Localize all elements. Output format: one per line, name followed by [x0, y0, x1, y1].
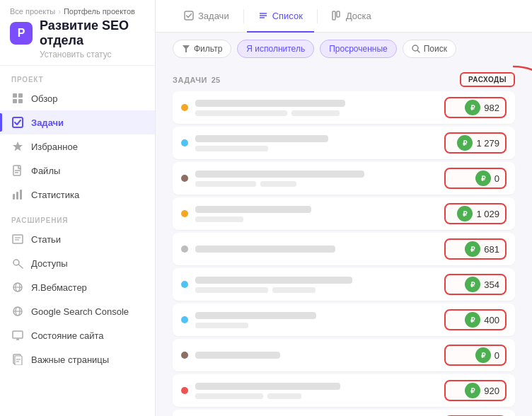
svg-rect-2	[13, 99, 17, 103]
task-row[interactable]: ₽1 279	[173, 127, 515, 159]
расходы-amount: 920	[484, 386, 499, 396]
chart-icon	[11, 188, 24, 201]
tasks-header: ЗАДАЧИ 25 РАСХОДЫ	[173, 65, 515, 91]
task-row[interactable]: ₽0	[173, 162, 515, 195]
task-status-dot	[181, 104, 188, 111]
search-button[interactable]: Поиск	[403, 40, 456, 58]
расходы-cell: ₽681	[444, 238, 507, 260]
breadcrumb-portfolio[interactable]: Портфель проектов	[64, 7, 135, 16]
file-icon	[11, 164, 24, 177]
task-status-dot	[181, 175, 188, 182]
sidebar-item-webmaster[interactable]: Я.Вебмастер	[0, 275, 155, 299]
tab-tasks[interactable]: Задачи	[173, 0, 241, 33]
task-row[interactable]: ₽261	[173, 410, 515, 416]
расходы-amount: 681	[484, 244, 499, 255]
task-secondary-bar	[195, 323, 248, 328]
tab-separator	[243, 9, 244, 23]
task-title-bar	[195, 100, 345, 107]
расходы-header-label: РАСХОДЫ	[460, 72, 515, 87]
tab-list[interactable]: Список	[247, 0, 314, 33]
sidebar-item-label: Обзор	[31, 93, 58, 104]
globe2-icon	[11, 305, 24, 318]
sidebar-item-access[interactable]: Доступы	[0, 251, 155, 275]
расходы-badge-icon: ₽	[457, 135, 473, 151]
filters-bar: Фильтр Я исполнитель Просроченные Поиск	[156, 33, 532, 65]
sidebar-item-label: Я.Вебмастер	[31, 282, 87, 293]
sidebar-item-label: Состояние сайта	[31, 330, 104, 341]
sidebar-item-articles[interactable]: Статьи	[0, 227, 155, 251]
task-sub-bars	[195, 181, 437, 187]
task-status-dot	[181, 387, 188, 394]
assignee-filter-button[interactable]: Я исполнитель	[237, 40, 314, 58]
sidebar-item-important-pages[interactable]: Важные страницы	[0, 347, 155, 371]
pages-icon	[11, 353, 24, 366]
breadcrumb-all-projects[interactable]: Все проекты	[10, 7, 55, 16]
section-label-ext: РАСШИРЕНИЯ	[0, 207, 155, 227]
task-status-dot	[181, 210, 188, 217]
breadcrumb: Все проекты › Портфель проектов	[10, 7, 145, 16]
star-icon	[11, 140, 24, 153]
svg-line-38	[417, 50, 420, 52]
task-sub-bar	[195, 393, 263, 399]
sidebar-item-stats[interactable]: Статистика	[0, 183, 155, 207]
breadcrumb-sep: ›	[58, 7, 61, 16]
расходы-amount: 400	[484, 315, 499, 325]
task-status-dot	[181, 281, 188, 288]
task-row[interactable]: ₽354	[173, 268, 515, 301]
task-row[interactable]: ₽1 029	[173, 197, 515, 230]
sidebar-item-gsc[interactable]: Google Search Console	[0, 299, 155, 323]
overdue-filter-label: Просроченные	[329, 44, 388, 54]
tasks-count-label: ЗАДАЧИ 25	[173, 76, 220, 84]
filter-button[interactable]: Фильтр	[173, 40, 231, 58]
filter-icon	[182, 45, 190, 53]
sidebar-item-tasks[interactable]: Задачи	[0, 110, 155, 134]
tab-separator2	[317, 9, 318, 23]
task-row[interactable]: ₽681	[173, 233, 515, 265]
sidebar-item-site-status[interactable]: Состояние сайта	[0, 323, 155, 347]
расходы-amount: 982	[484, 103, 499, 113]
task-row[interactable]: ₽920	[173, 374, 515, 407]
task-sub-bar	[291, 110, 340, 116]
monitor-icon	[11, 329, 24, 342]
list-tab-icon	[258, 11, 268, 21]
task-sub-bar	[272, 287, 316, 293]
project-title-row: P Развитие SEO отдела	[10, 18, 145, 48]
svg-marker-36	[183, 45, 190, 52]
task-row[interactable]: ₽982	[173, 91, 515, 124]
расходы-cell: ₽0	[444, 345, 507, 366]
sidebar-item-label: Файлы	[31, 166, 60, 176]
search-icon	[412, 45, 420, 53]
overdue-filter-button[interactable]: Просроченные	[320, 40, 397, 58]
task-content	[195, 277, 437, 293]
task-sub-bar	[267, 393, 301, 399]
task-sub-bars	[195, 393, 437, 399]
set-status-button[interactable]: Установить статус	[40, 50, 145, 59]
task-content	[195, 352, 437, 359]
assignee-filter-label: Я исполнитель	[246, 44, 305, 54]
task-title-bar	[195, 383, 340, 390]
task-title-bar	[195, 135, 328, 142]
расходы-badge-icon: ₽	[475, 347, 491, 363]
task-title-bar	[195, 312, 316, 319]
svg-rect-0	[13, 93, 17, 98]
расходы-amount: 0	[495, 350, 499, 361]
sidebar-item-label: Задачи	[31, 117, 64, 128]
task-sub-bar	[260, 181, 296, 187]
article-icon	[11, 233, 24, 245]
svg-rect-9	[13, 194, 15, 200]
tab-board-label: Доска	[346, 11, 371, 21]
tab-board[interactable]: Доска	[320, 0, 383, 33]
svg-rect-3	[18, 99, 23, 103]
sidebar-item-favorites[interactable]: Избранное	[0, 134, 155, 158]
filter-btn-label: Фильтр	[194, 44, 222, 54]
расходы-amount: 1 029	[476, 209, 499, 219]
sidebar-header: Все проекты › Портфель проектов P Развит…	[0, 0, 155, 66]
sidebar-item-overview[interactable]: Обзор	[0, 86, 155, 110]
project-name: Развитие SEO отдела	[40, 18, 145, 48]
task-row[interactable]: ₽400	[173, 304, 515, 336]
task-content	[195, 312, 437, 328]
sidebar-item-files[interactable]: Файлы	[0, 158, 155, 183]
task-content	[195, 171, 437, 187]
task-row[interactable]: ₽0	[173, 339, 515, 371]
task-content	[195, 135, 437, 151]
